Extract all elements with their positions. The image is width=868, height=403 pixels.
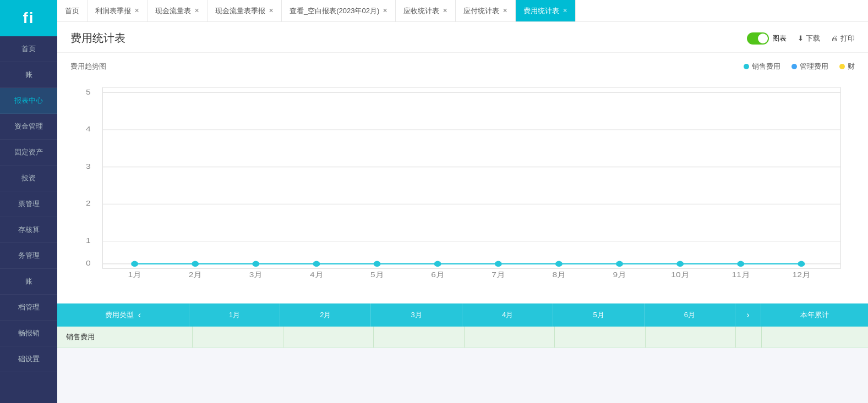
tab-expense-stats[interactable]: 费用统计表 ✕ — [516, 0, 576, 21]
close-profit-quarterly[interactable]: ✕ — [134, 7, 139, 14]
sidebar-item-investment[interactable]: 投资 — [0, 165, 57, 191]
svg-point-13 — [131, 261, 138, 267]
close-receivable[interactable]: ✕ — [443, 7, 447, 14]
svg-text:3月: 3月 — [249, 271, 263, 279]
sidebar-logo: fi — [0, 0, 57, 36]
svg-text:5月: 5月 — [370, 271, 384, 279]
sidebar-item-home[interactable]: 首页 — [0, 36, 57, 62]
chart-toggle-wrap: 图表 — [747, 32, 787, 45]
table-header-row: 费用类型 ‹ 1月 2月 3月 4月 5月 6月 › 本年累计 — [57, 303, 868, 327]
print-button[interactable]: 🖨 打印 — [831, 34, 855, 43]
page-title: 费用统计表 — [70, 31, 125, 46]
svg-point-18 — [434, 261, 441, 267]
download-button[interactable]: ⬇ 下载 — [798, 34, 820, 43]
close-expense-stats[interactable]: ✕ — [563, 7, 567, 14]
table-header-m6: 6月 — [645, 303, 735, 327]
sidebar-item-fixed-assets[interactable]: 固定资产 — [0, 140, 57, 165]
table-header-m2: 2月 — [280, 303, 371, 327]
next-months-arrow[interactable]: › — [746, 310, 749, 319]
chart-legend: 销售费用 管理费用 财 — [744, 62, 855, 71]
tab-receivable[interactable]: 应收统计表 ✕ — [396, 0, 456, 21]
download-icon: ⬇ — [798, 34, 804, 42]
legend-sales: 销售费用 — [744, 62, 780, 71]
svg-text:11月: 11月 — [731, 271, 750, 279]
legend-label-finance: 财 — [848, 62, 855, 71]
close-cashflow[interactable]: ✕ — [194, 7, 199, 14]
chart-toggle[interactable] — [747, 32, 769, 45]
prev-months-arrow[interactable]: ‹ — [138, 310, 141, 320]
svg-text:2: 2 — [86, 200, 91, 207]
chart-title: 费用趋势图 — [70, 62, 106, 71]
sidebar-item-expense-reimburse[interactable]: 畅报销 — [0, 321, 57, 346]
svg-point-21 — [616, 261, 623, 267]
sidebar-item-inventory[interactable]: 存核算 — [0, 217, 57, 243]
close-blank-report[interactable]: ✕ — [383, 7, 387, 14]
table-header-m3: 3月 — [371, 303, 462, 327]
legend-admin: 管理费用 — [791, 62, 828, 71]
svg-text:4月: 4月 — [310, 271, 323, 279]
sidebar-item-payroll[interactable]: 账 — [0, 269, 57, 295]
table-header-type: 费用类型 ‹ — [57, 303, 189, 327]
svg-point-15 — [252, 261, 259, 267]
svg-text:12月: 12月 — [793, 271, 811, 279]
chart-container: 5 4 3 2 1 0 — [70, 77, 855, 286]
tab-cashflow-quarterly[interactable]: 现金流量表季报 ✕ — [208, 0, 282, 21]
tab-profit-quarterly[interactable]: 利润表季报 ✕ — [88, 0, 148, 21]
table-header-m1: 1月 — [189, 303, 280, 327]
svg-point-24 — [798, 261, 805, 267]
chart-section: 费用趋势图 销售费用 管理费用 财 — [57, 53, 868, 299]
table-header-m4: 4月 — [462, 303, 553, 327]
table-cell-arrow-spacer — [736, 327, 762, 347]
table-cell-ytd — [762, 327, 868, 347]
svg-point-19 — [495, 261, 502, 267]
legend-dot-finance — [839, 64, 845, 69]
svg-text:9月: 9月 — [613, 271, 626, 279]
sidebar: fi 首页 账 报表中心 资金管理 固定资产 投资 票管理 存核算 务管理 账 … — [0, 0, 57, 403]
svg-text:5: 5 — [86, 88, 91, 96]
close-cashflow-quarterly[interactable]: ✕ — [269, 7, 274, 14]
tab-cashflow[interactable]: 现金流量表 ✕ — [148, 0, 208, 21]
page-header: 费用统计表 图表 ⬇ 下载 🖨 打印 — [57, 22, 868, 53]
svg-text:1月: 1月 — [128, 271, 141, 279]
table-header-m5: 5月 — [553, 303, 644, 327]
legend-dot-sales — [744, 64, 749, 69]
print-icon: 🖨 — [831, 34, 838, 42]
svg-text:8月: 8月 — [552, 271, 565, 279]
svg-point-14 — [192, 261, 199, 267]
svg-text:7月: 7月 — [492, 271, 505, 279]
svg-point-22 — [676, 261, 684, 267]
table-cell-m2 — [283, 327, 374, 347]
table-section: 费用类型 ‹ 1月 2月 3月 4月 5月 6月 › 本年累计 — [57, 303, 868, 348]
svg-text:6月: 6月 — [431, 271, 444, 279]
header-actions: 图表 ⬇ 下载 🖨 打印 — [747, 32, 855, 45]
svg-text:0: 0 — [86, 259, 91, 267]
svg-text:10月: 10月 — [671, 271, 689, 279]
table-cell-m5 — [555, 327, 646, 347]
table-cell-m6 — [646, 327, 736, 347]
sidebar-item-invoice[interactable]: 票管理 — [0, 191, 57, 217]
tab-payable[interactable]: 应付统计表 ✕ — [456, 0, 516, 21]
sidebar-item-basic-settings[interactable]: 础设置 — [0, 346, 57, 372]
legend-label-sales: 销售费用 — [752, 62, 780, 71]
table-cell-m4 — [465, 327, 555, 347]
tab-blank-report[interactable]: 查看_空白报表(2023年02月) ✕ — [282, 0, 396, 21]
svg-text:3: 3 — [86, 162, 91, 170]
table-cell-m1 — [193, 327, 283, 347]
tab-home[interactable]: 首页 — [57, 0, 88, 21]
table-row: 销售费用 — [57, 327, 868, 348]
main-area: 首页 利润表季报 ✕ 现金流量表 ✕ 现金流量表季报 ✕ 查看_空白报表(202… — [57, 0, 868, 403]
sidebar-item-account[interactable]: 账 — [0, 62, 57, 88]
sidebar-item-service[interactable]: 务管理 — [0, 243, 57, 269]
svg-text:2月: 2月 — [189, 271, 202, 279]
svg-point-23 — [737, 261, 744, 267]
sidebar-item-fund-management[interactable]: 资金管理 — [0, 114, 57, 140]
close-payable[interactable]: ✕ — [503, 7, 507, 14]
sidebar-item-report-center[interactable]: 报表中心 — [0, 88, 57, 114]
svg-point-20 — [555, 261, 563, 267]
svg-text:4: 4 — [86, 125, 91, 133]
table-cell-m3 — [374, 327, 465, 347]
svg-point-17 — [374, 261, 381, 267]
svg-point-16 — [313, 261, 320, 267]
content-area: 费用统计表 图表 ⬇ 下载 🖨 打印 — [57, 22, 868, 403]
sidebar-item-archive[interactable]: 档管理 — [0, 295, 57, 321]
